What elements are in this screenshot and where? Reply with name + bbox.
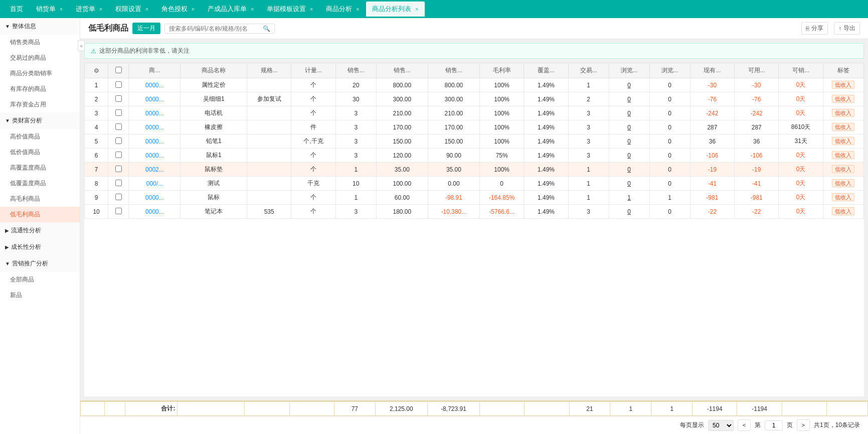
row-checkbox[interactable] bbox=[115, 166, 122, 172]
sidebar-item-high-coverage[interactable]: 高覆盖度商品 bbox=[0, 160, 80, 176]
nav-purchase[interactable]: 进货单 × bbox=[70, 2, 108, 17]
prev-page-button[interactable]: ＜ bbox=[738, 419, 751, 431]
col-settings[interactable]: ⚙ bbox=[85, 63, 108, 78]
cell-checkbox[interactable] bbox=[108, 106, 129, 120]
cell-browse1[interactable]: 1 bbox=[609, 191, 649, 205]
sidebar-collapse-button[interactable]: « bbox=[78, 40, 85, 51]
close-icon[interactable]: × bbox=[99, 6, 102, 12]
tag-badge: 低收入 bbox=[832, 109, 854, 117]
cell-name: 鼠标1 bbox=[181, 149, 247, 163]
cell-browse1[interactable]: 0 bbox=[609, 92, 649, 106]
nav-template-settings[interactable]: 单据模板设置 × bbox=[261, 2, 319, 17]
cell-checkbox[interactable] bbox=[108, 92, 129, 106]
row-checkbox[interactable] bbox=[115, 109, 122, 116]
cell-sales-amt: 120.00 bbox=[376, 149, 428, 163]
close-icon[interactable]: × bbox=[356, 6, 359, 12]
nav-permissions[interactable]: 权限设置 × bbox=[109, 2, 154, 17]
current-page-input[interactable] bbox=[765, 420, 783, 430]
sidebar-section-liquidity[interactable]: ▶ 流通性分析 bbox=[0, 222, 80, 239]
sidebar-item-low-coverage[interactable]: 低覆盖度商品 bbox=[0, 176, 80, 191]
cell-checkbox[interactable] bbox=[108, 191, 129, 205]
nav-sales[interactable]: 销货单 × bbox=[30, 2, 69, 17]
search-icon[interactable]: 🔍 bbox=[263, 25, 270, 32]
nav-product-analysis-list[interactable]: 商品分析列表 × bbox=[366, 2, 424, 17]
cell-browse1[interactable]: 0 bbox=[609, 205, 649, 219]
cell-checkbox[interactable] bbox=[108, 120, 129, 134]
sidebar-item-low-value[interactable]: 低价值商品 bbox=[0, 144, 80, 160]
cell-saleable-days: 0天 bbox=[779, 78, 823, 92]
sidebar-section-overall[interactable]: ▼ 整体信息 bbox=[0, 18, 80, 35]
share-button[interactable]: ⎘ 分享 bbox=[801, 22, 828, 35]
table-row: 10 0000... 笔记本 535 个 3 180.00 -10,380...… bbox=[85, 205, 864, 219]
next-page-button[interactable]: ＞ bbox=[797, 419, 810, 431]
close-icon[interactable]: × bbox=[310, 6, 313, 12]
sidebar-section-wealth[interactable]: ▼ 类财富分析 bbox=[0, 112, 80, 129]
sidebar-item-category-rate[interactable]: 商品分类助销率 bbox=[0, 66, 80, 81]
select-all-checkbox[interactable] bbox=[115, 67, 122, 73]
nav-roles[interactable]: 角色授权 × bbox=[155, 2, 201, 17]
nav-product-analysis[interactable]: 商品分析 × bbox=[320, 2, 365, 17]
search-input[interactable] bbox=[169, 25, 263, 32]
cell-browse1[interactable]: 0 bbox=[609, 149, 649, 163]
cell-trade-cnt: 2 bbox=[568, 92, 609, 106]
cell-browse1[interactable]: 0 bbox=[609, 163, 649, 177]
content-area: 低毛利商品 近一月 🔍 ⎘ 分享 ↑ 导出 ⚠ 这部分 bbox=[80, 18, 868, 434]
cell-sales-cost: 35.00 bbox=[428, 163, 479, 177]
cell-checkbox[interactable] bbox=[108, 177, 129, 191]
cell-gross-rate: 0 bbox=[479, 177, 524, 191]
sidebar-item-all-goods[interactable]: 全部商品 bbox=[0, 272, 80, 287]
col-spec: 规格... bbox=[247, 63, 291, 78]
sidebar-item-new-goods[interactable]: 新品 bbox=[0, 287, 80, 303]
cell-browse1[interactable]: 0 bbox=[609, 177, 649, 191]
row-checkbox[interactable] bbox=[115, 194, 122, 200]
tag-badge: 低收入 bbox=[832, 207, 854, 215]
sidebar-item-traded-goods[interactable]: 交易过的商品 bbox=[0, 50, 80, 66]
table-row: 4 0000... 橡皮擦 件 3 170.00 170.00 100% 1.4… bbox=[85, 120, 864, 134]
sidebar-section-marketing[interactable]: ▼ 营销推广分析 bbox=[0, 255, 80, 272]
close-icon[interactable]: × bbox=[251, 6, 254, 12]
nav-home[interactable]: 首页 bbox=[4, 2, 29, 17]
period-button[interactable]: 近一月 bbox=[132, 23, 160, 34]
data-table-container[interactable]: ⚙ 商... 商品名称 规格... 计量... 销售... 销售... 销售..… bbox=[84, 63, 864, 396]
settings-icon[interactable]: ⚙ bbox=[94, 67, 99, 74]
sidebar-item-stocked-goods[interactable]: 有库存的商品 bbox=[0, 81, 80, 97]
close-icon[interactable]: × bbox=[60, 6, 63, 12]
sidebar-item-high-value[interactable]: 高价值商品 bbox=[0, 129, 80, 144]
row-checkbox[interactable] bbox=[115, 137, 122, 144]
sidebar-section-growth[interactable]: ▶ 成长性分析 bbox=[0, 239, 80, 255]
export-button[interactable]: ↑ 导出 bbox=[834, 22, 860, 35]
cell-checkbox[interactable] bbox=[108, 134, 129, 149]
cell-sales-qty: 3 bbox=[335, 120, 376, 134]
sidebar-item-capital-usage[interactable]: 库存资金占用 bbox=[0, 97, 80, 112]
row-checkbox[interactable] bbox=[115, 152, 122, 158]
cell-stock-avail: -19 bbox=[735, 163, 779, 177]
cell-browse1[interactable]: 0 bbox=[609, 78, 649, 92]
cell-checkbox[interactable] bbox=[108, 149, 129, 163]
cell-checkbox[interactable] bbox=[108, 163, 129, 177]
cell-checkbox[interactable] bbox=[108, 205, 129, 219]
row-checkbox[interactable] bbox=[115, 81, 122, 88]
cell-browse1[interactable]: 0 bbox=[609, 120, 649, 134]
cell-stock-avail: -41 bbox=[735, 177, 779, 191]
close-icon[interactable]: × bbox=[145, 6, 148, 12]
row-checkbox[interactable] bbox=[115, 208, 122, 214]
close-icon[interactable]: × bbox=[192, 6, 195, 12]
cell-code: 0000... bbox=[129, 191, 181, 205]
cell-checkbox[interactable] bbox=[108, 78, 129, 92]
sidebar-item-high-margin[interactable]: 高毛利商品 bbox=[0, 191, 80, 207]
sidebar-item-sales-goods[interactable]: 销售类商品 bbox=[0, 35, 80, 50]
row-checkbox[interactable] bbox=[115, 123, 122, 130]
page-size-select[interactable]: 10 20 50 100 bbox=[708, 420, 734, 431]
row-checkbox[interactable] bbox=[115, 95, 122, 102]
row-checkbox[interactable] bbox=[115, 180, 122, 186]
cell-sales-qty: 30 bbox=[335, 92, 376, 106]
cell-trade-cnt: 3 bbox=[568, 120, 609, 134]
close-icon[interactable]: × bbox=[415, 6, 418, 12]
cell-browse1[interactable]: 0 bbox=[609, 134, 649, 149]
cell-unit: 个 bbox=[291, 191, 335, 205]
sidebar-item-low-margin[interactable]: 低毛利商品 bbox=[0, 207, 80, 222]
nav-product-entry[interactable]: 产成品入库单 × bbox=[202, 2, 260, 17]
col-checkbox[interactable] bbox=[108, 63, 129, 78]
total-stock-cur: -1194 bbox=[692, 402, 737, 416]
cell-browse1[interactable]: 0 bbox=[609, 106, 649, 120]
